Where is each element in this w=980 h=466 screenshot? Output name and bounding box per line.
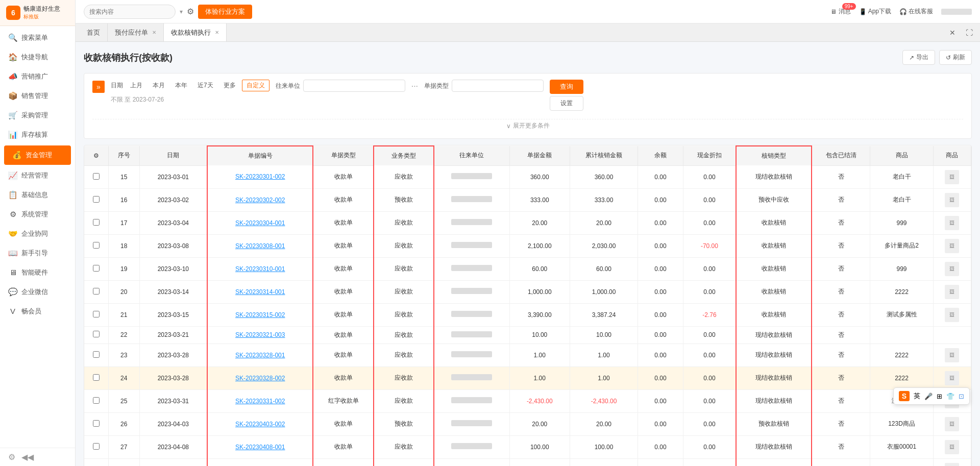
refresh-button[interactable]: ↺ 刷新: [939, 50, 972, 65]
sidebar-item-search[interactable]: 🔍搜索菜单: [0, 28, 75, 47]
table-row[interactable]: 26 2023-04-03 SK-20230403-002 收款单 预收款 20…: [84, 412, 971, 435]
slip-no-link[interactable]: SK-20230301-002: [235, 173, 285, 180]
topbar-gear-icon[interactable]: ⚙: [187, 7, 194, 16]
cell-checkbox[interactable]: [84, 188, 108, 211]
cell-checkbox[interactable]: [84, 280, 108, 303]
sidebar-item-inventory[interactable]: 📊库存核算: [0, 125, 75, 144]
sidebar-item-hardware[interactable]: 🖥智能硬件: [0, 263, 75, 282]
sidebar-item-purchase[interactable]: 🛒采购管理: [0, 106, 75, 125]
collapse-icon[interactable]: ◀◀: [21, 452, 34, 462]
date-btn-more[interactable]: 更多: [219, 80, 240, 91]
slip-no-link[interactable]: SK-20230403-002: [235, 421, 285, 428]
table-row[interactable]: 27 2023-04-08 SK-20230408-001 收款单 应收款 10…: [84, 435, 971, 458]
tab-collect-close-icon[interactable]: ✕: [215, 30, 219, 35]
cell-checkbox[interactable]: [84, 211, 108, 234]
expand-more-button[interactable]: ∨ 展开更多条件: [92, 119, 963, 132]
cell-slip-no: SK-20230314-001: [207, 280, 313, 303]
slip-no-link[interactable]: SK-20230331-002: [235, 398, 285, 405]
cell-cash-discount: 0.00: [683, 435, 736, 458]
cell-writeoff-amount: 1.00: [570, 366, 638, 389]
float-apps-icon[interactable]: ⊡: [959, 393, 964, 400]
export-button[interactable]: ↗ 导出: [902, 50, 935, 65]
date-btn-7days[interactable]: 近7天: [193, 80, 217, 91]
float-shirt-icon[interactable]: 👕: [946, 393, 954, 400]
slip-no-link[interactable]: SK-20230315-002: [235, 311, 285, 318]
slip-no-link[interactable]: SK-20230328-002: [235, 375, 285, 382]
settings-button[interactable]: 设置: [550, 96, 583, 111]
settings-icon[interactable]: ⚙: [8, 452, 15, 462]
solution-button[interactable]: 体验行业方案: [198, 5, 252, 19]
slip-no-link[interactable]: SK-20230328-001: [235, 352, 285, 359]
sidebar-item-guide[interactable]: 📖新手引导: [0, 243, 75, 263]
messages-button[interactable]: 🖥 消息 99+: [830, 7, 851, 16]
global-search-input[interactable]: [84, 5, 176, 19]
dropdown-arrow-icon[interactable]: ▾: [180, 8, 183, 15]
cell-checkbox[interactable]: [84, 389, 108, 412]
more-filters-button[interactable]: ...: [411, 80, 418, 89]
slip-no-link[interactable]: SK-20230314-001: [235, 288, 285, 296]
tab-prepay-close-icon[interactable]: ✕: [152, 30, 156, 35]
tab-home[interactable]: 首页: [80, 23, 108, 41]
partner-input[interactable]: [303, 80, 405, 92]
col-header-settings[interactable]: ⚙: [84, 146, 108, 165]
tab-prepay[interactable]: 预付应付单 ✕: [108, 23, 164, 41]
cell-checkbox[interactable]: [84, 257, 108, 280]
table-row[interactable]: 18 2023-03-08 SK-20230308-001 收款单 应收款 2,…: [84, 234, 971, 257]
date-options: 上月 本月 本年 近7天 更多 自定义: [126, 80, 270, 91]
cell-checkbox[interactable]: [84, 458, 108, 466]
online-service-button[interactable]: 🎧 在线客服: [899, 7, 933, 16]
date-custom-button[interactable]: 自定义: [242, 80, 270, 91]
date-btn-this-month[interactable]: 本月: [149, 80, 169, 91]
float-mic-icon[interactable]: 🎤: [924, 393, 933, 400]
sidebar-item-basic[interactable]: 📋基础信息: [0, 185, 75, 205]
table-row[interactable]: 19 2023-03-10 SK-20230310-001 收款单 应收款 60…: [84, 257, 971, 280]
app-download-button[interactable]: 📱 App下载: [859, 7, 891, 16]
tab-close-all-button[interactable]: ✕: [946, 28, 959, 38]
cell-checkbox[interactable]: [84, 165, 108, 188]
cell-checkbox[interactable]: [84, 435, 108, 458]
sidebar-item-finance[interactable]: 💰资金管理: [4, 145, 71, 165]
tab-fullscreen-button[interactable]: ⛶: [963, 28, 976, 38]
query-button[interactable]: 查询: [550, 80, 583, 94]
sidebar-item-quicknav[interactable]: 🏠快捷导航: [0, 47, 75, 67]
table-row[interactable]: 24 2023-03-28 SK-20230328-002 收款单 应收款 1.…: [84, 366, 971, 389]
cell-checkbox[interactable]: [84, 344, 108, 366]
cell-partner: [434, 344, 509, 366]
cell-checkbox[interactable]: [84, 234, 108, 257]
table-row[interactable]: 22 2023-03-21 SK-20230321-003 收款单 应收款 10…: [84, 326, 971, 344]
date-btn-last-month[interactable]: 上月: [126, 80, 146, 91]
table-row[interactable]: 20 2023-03-14 SK-20230314-001 收款单 应收款 1,…: [84, 280, 971, 303]
tab-collect[interactable]: 收款核销执行 ✕: [164, 23, 227, 41]
cell-checkbox[interactable]: [84, 303, 108, 326]
slip-no-link[interactable]: SK-20230321-003: [235, 331, 285, 338]
sidebar-item-sales[interactable]: 📦销售管理: [0, 86, 75, 106]
user-info[interactable]: [941, 9, 972, 15]
slip-no-link[interactable]: SK-20230304-001: [235, 219, 285, 227]
table-row[interactable]: 25 2023-03-31 SK-20230331-002 红字收款单 应收款 …: [84, 389, 971, 412]
slip-no-link[interactable]: SK-20230310-001: [235, 265, 285, 273]
table-row[interactable]: 16 2023-03-02 SK-20230302-002 收款单 预收款 33…: [84, 188, 971, 211]
sidebar-item-system[interactable]: ⚙系统管理: [0, 205, 75, 224]
float-grid-icon[interactable]: ⊞: [937, 393, 942, 400]
sidebar-item-enterprise[interactable]: 🤝企业协同: [0, 224, 75, 243]
cell-checkbox[interactable]: [84, 326, 108, 344]
table-row[interactable]: 15 2023-03-01 SK-20230301-002 收款单 应收款 36…: [84, 165, 971, 188]
slip-no-link[interactable]: SK-20230408-001: [235, 444, 285, 451]
cell-checkbox[interactable]: [84, 412, 108, 435]
date-btn-this-year[interactable]: 本年: [171, 80, 191, 91]
table-row[interactable]: 21 2023-03-15 SK-20230315-002 收款单 应收款 3,…: [84, 303, 971, 326]
sidebar-item-operations[interactable]: 📈经营管理: [0, 166, 75, 185]
table-row[interactable]: 28 2023-04-18 SK-20230418-001 收款单 应收款 10…: [84, 458, 971, 466]
sidebar-item-member[interactable]: V畅会员: [0, 302, 75, 321]
float-brand-icon[interactable]: 英: [914, 391, 920, 401]
cell-checkbox[interactable]: [84, 366, 108, 389]
sidebar-item-wechat[interactable]: 💬企业微信: [0, 282, 75, 302]
table-row[interactable]: 23 2023-03-28 SK-20230328-001 收款单 应收款 1.…: [84, 344, 971, 366]
filter-collapse-button[interactable]: »: [92, 81, 105, 93]
sidebar-item-marketing[interactable]: 📣营销推广: [0, 67, 75, 86]
main-area: ▾ ⚙ 体验行业方案 🖥 消息 99+ 📱 App下载 🎧 在线客服 首页: [76, 0, 980, 466]
table-row[interactable]: 17 2023-03-04 SK-20230304-001 收款单 应收款 20…: [84, 211, 971, 234]
slip-no-link[interactable]: SK-20230302-002: [235, 197, 285, 204]
slip-no-link[interactable]: SK-20230308-001: [235, 242, 285, 250]
slip-type-select[interactable]: [452, 80, 544, 92]
